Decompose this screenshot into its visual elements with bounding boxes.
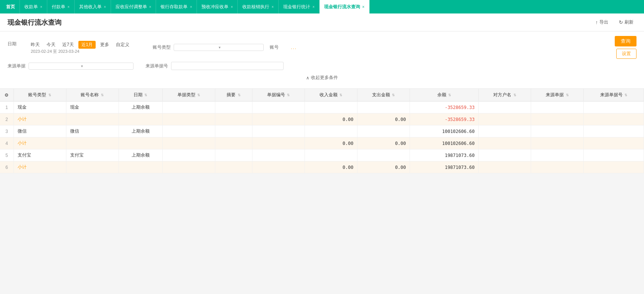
- th-source-doc[interactable]: 来源单据 ⇅: [531, 89, 584, 101]
- cell-summary: [215, 113, 252, 125]
- filter-row-2: 来源单据 ▾ 来源单据号: [8, 62, 636, 70]
- cell-summary: [215, 161, 252, 173]
- cell-account-name: 支付宝: [66, 149, 119, 161]
- cell-expense: [357, 125, 410, 137]
- th-doc-type[interactable]: 单据类型 ⇅: [162, 89, 215, 101]
- cell-balance: 100102606.60: [410, 137, 479, 149]
- close-icon[interactable]: ×: [40, 5, 42, 9]
- source-doc-no-input[interactable]: [171, 62, 284, 70]
- th-counterpart[interactable]: 对方户名 ⇅: [479, 89, 531, 101]
- cell-account-name: 微信: [66, 125, 119, 137]
- cell-counterpart: [479, 161, 531, 173]
- date-btn-1month[interactable]: 近1月: [78, 41, 96, 49]
- source-doc-select[interactable]: ▾: [29, 63, 134, 70]
- nav-tab-yushouzhuan[interactable]: 预收冲应收单 ×: [197, 0, 238, 13]
- cell-expense: [357, 149, 410, 161]
- nav-home[interactable]: 首页: [2, 0, 20, 13]
- cell-account-type: 小计: [14, 137, 66, 149]
- cell-doc-type: [162, 137, 215, 149]
- account-label: 账号: [270, 44, 288, 51]
- cell-source-doc-no: [584, 137, 644, 149]
- account-type-select[interactable]: ▾: [174, 44, 264, 51]
- chevron-down-icon-2: ▾: [81, 64, 130, 68]
- cell-balance: -3528659.33: [410, 113, 479, 125]
- collapse-bar[interactable]: ∧ 收起更多条件: [8, 73, 636, 84]
- table-row: 4 小计 0.00 0.00 100102606.60: [0, 137, 644, 149]
- cell-source-doc-no: [584, 161, 644, 173]
- export-button[interactable]: ↑ 导出: [593, 18, 612, 27]
- close-icon[interactable]: ×: [149, 5, 152, 9]
- nav-tab-yingshoutiaozheng[interactable]: 应收应付调整单 ×: [111, 0, 156, 13]
- th-doc-no[interactable]: 单据编号 ⇅: [252, 89, 305, 101]
- nav-tab-shoukuandan[interactable]: 收款单 ×: [20, 0, 47, 13]
- table-container: ⚙ 账号类型 ⇅ 账号名称 ⇅ 日期 ⇅ 单据类型 ⇅ 摘要 ⇅ 单据编号 ⇅ …: [0, 89, 644, 173]
- th-expense[interactable]: 支出金额 ⇅: [357, 89, 410, 101]
- cell-source-doc: [531, 125, 584, 137]
- table-header-row: ⚙ 账号类型 ⇅ 账号名称 ⇅ 日期 ⇅ 单据类型 ⇅ 摘要 ⇅ 单据编号 ⇅ …: [0, 89, 644, 101]
- cell-doc-type: [162, 113, 215, 125]
- cell-income: 0.00: [305, 137, 357, 149]
- cell-expense: 0.00: [357, 113, 410, 125]
- date-label: 日期: [8, 41, 26, 47]
- chevron-down-icon: ▾: [219, 45, 260, 49]
- cell-counterpart: [479, 125, 531, 137]
- cell-source-doc-no: [584, 149, 644, 161]
- close-icon[interactable]: ×: [68, 5, 70, 9]
- source-doc-group: 来源单据 ▾: [8, 63, 134, 70]
- th-gear[interactable]: ⚙: [0, 89, 14, 101]
- table-row: 6 小计 0.00 0.00 19871073.60: [0, 161, 644, 173]
- cell-source-doc-no: [584, 113, 644, 125]
- cell-index: 1: [0, 101, 14, 113]
- cell-account-name: 现金: [66, 101, 119, 113]
- cell-income: [305, 101, 357, 113]
- cell-account-name: [66, 137, 119, 149]
- close-icon[interactable]: ×: [190, 5, 192, 9]
- date-btn-custom[interactable]: 自定义: [114, 41, 132, 49]
- cell-balance: 100102606.60: [410, 125, 479, 137]
- date-options: 昨天 今天 近7天 近1月 更多 自定义: [29, 41, 132, 49]
- refresh-button[interactable]: ↻ 刷新: [616, 18, 636, 27]
- cell-counterpart: [479, 149, 531, 161]
- nav-tab-fukuandan[interactable]: 付款单 ×: [47, 0, 75, 13]
- close-icon[interactable]: ×: [362, 5, 365, 9]
- th-income[interactable]: 收入金额 ⇅: [305, 89, 357, 101]
- nav-tab-yinhangcunkuan[interactable]: 银行存取款单 ×: [156, 0, 197, 13]
- export-icon: ↑: [596, 19, 598, 25]
- date-btn-today[interactable]: 今天: [44, 41, 58, 49]
- cell-doc-type: [162, 101, 215, 113]
- table-row: 1 现金 现金 上期余额 -3528659.33: [0, 101, 644, 113]
- close-icon[interactable]: ×: [104, 5, 106, 9]
- cell-source-doc: [531, 113, 584, 125]
- settings-button[interactable]: 设置: [616, 49, 636, 59]
- account-type-label: 账号类型: [153, 44, 171, 51]
- close-icon[interactable]: ×: [312, 5, 315, 9]
- top-nav: 首页 收款单 × 付款单 × 其他收入单 × 应收应付调整单 × 银行存取款单 …: [0, 0, 644, 13]
- cell-date: [119, 113, 162, 125]
- date-btn-7days[interactable]: 近7天: [60, 41, 76, 49]
- cell-source-doc: [531, 149, 584, 161]
- nav-tab-qitashouru[interactable]: 其他收入单 ×: [75, 0, 111, 13]
- th-account-type[interactable]: 账号类型 ⇅: [14, 89, 66, 101]
- th-date[interactable]: 日期 ⇅: [119, 89, 162, 101]
- th-balance[interactable]: 余额 ⇅: [410, 89, 479, 101]
- close-icon[interactable]: ×: [231, 5, 233, 9]
- cell-account-type: 微信: [14, 125, 66, 137]
- query-button[interactable]: 查询: [615, 36, 636, 46]
- date-btn-more[interactable]: 更多: [98, 41, 111, 49]
- nav-tab-xianjintongji[interactable]: 现金银行统计 ×: [279, 0, 320, 13]
- cell-date: 上期余额: [119, 125, 162, 137]
- nav-tab-shoukuanzhixing[interactable]: 收款核销执行 ×: [238, 0, 279, 13]
- close-icon[interactable]: ×: [272, 5, 274, 9]
- cell-source-doc: [531, 101, 584, 113]
- nav-tab-liushuichaxun[interactable]: 现金银行流水查询 ×: [320, 0, 369, 13]
- th-source-doc-no[interactable]: 来源单据号 ⇅: [584, 89, 644, 101]
- th-account-name[interactable]: 账号名称 ⇅: [66, 89, 119, 101]
- dots-button[interactable]: ...: [291, 45, 297, 50]
- th-summary[interactable]: 摘要 ⇅: [215, 89, 252, 101]
- cell-expense: 0.00: [357, 161, 410, 173]
- cell-doc-no: [252, 149, 305, 161]
- cell-date: [119, 137, 162, 149]
- cell-summary: [215, 137, 252, 149]
- header-bar: 现金银行流水查询 ↑ 导出 ↻ 刷新: [0, 13, 644, 31]
- date-btn-yesterday[interactable]: 昨天: [29, 41, 42, 49]
